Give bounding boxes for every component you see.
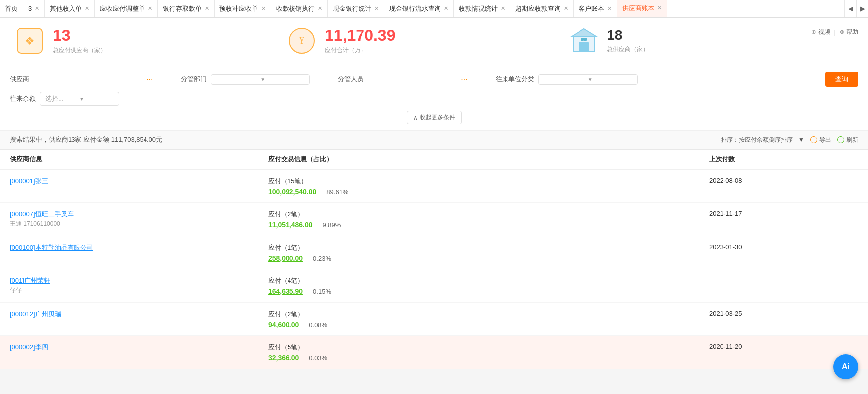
results-summary: 搜索结果中，供应商13家 应付金额 111,703,854.00元: [10, 135, 162, 144]
last-pay-date: 2021-11-17: [709, 210, 742, 217]
results-right-actions: 排序：按应付余额倒序排序 ▼ 导出 刷新: [721, 136, 858, 144]
trans-label: 应付（2笔）: [268, 310, 709, 319]
svg-rect-6: [579, 42, 589, 52]
stat-label-payable-total: 应付合计（万）: [325, 46, 514, 55]
trans-amount[interactable]: 94,600.00: [268, 321, 299, 328]
nav-tab-3-close[interactable]: ✕: [35, 5, 39, 12]
col-header-trans: 应付交易信息（占比）: [268, 155, 709, 164]
nav-tab-3-label: 3: [28, 5, 32, 12]
filter-supplier-dots[interactable]: ···: [146, 75, 153, 84]
table-row: [001]广州荣轩 仔仔 应付（4笔） 164,635.90 0.15%: [0, 269, 868, 303]
nav-tab-cash-bank-stat[interactable]: 现金银行统计 ✕: [328, 0, 384, 18]
last-pay-date: 2023-01-30: [709, 243, 742, 251]
nav-tab-other-income-close[interactable]: ✕: [85, 5, 89, 12]
trans-pct: 9.89%: [323, 221, 341, 229]
stat-number-total-suppliers: 18: [607, 28, 796, 43]
filter-input-person[interactable]: [367, 73, 457, 85]
nav-tab-receipt-verify-label: 收款核销执行: [276, 4, 315, 13]
nav-tab-cash-flow-query-close[interactable]: ✕: [444, 5, 448, 12]
refresh-icon: [837, 136, 844, 143]
filter-area: 供应商 ··· 分管部门 ▼ 分管人员 ··· 往来单位分类 ▼ 查询: [0, 64, 868, 131]
trans-amount[interactable]: 32,366.00: [268, 354, 299, 362]
supplier-link[interactable]: [000012]广州贝瑞: [10, 310, 61, 318]
nav-tab-overdue-ar-close[interactable]: ✕: [564, 5, 568, 12]
export-button[interactable]: 导出: [810, 136, 831, 144]
nav-tab-cash-bank-stat-close[interactable]: ✕: [374, 5, 379, 12]
nav-tab-payment-stat[interactable]: 收款情况统计 ✕: [454, 0, 510, 18]
supplier-link[interactable]: [000100]本特勒油品有限公司: [10, 244, 93, 251]
nav-prev-arrow[interactable]: ◀: [844, 0, 856, 18]
svg-marker-5: [571, 29, 597, 37]
trans-amount[interactable]: 100,092,540.00: [268, 188, 316, 196]
nav-tab-receipt-verify[interactable]: 收款核销执行 ✕: [271, 0, 328, 18]
stats-row: ❖ 13 总应付供应商（家） ¥ 11,170.39 应付合计（万）: [0, 18, 868, 64]
sort-arrow: ▼: [798, 136, 804, 143]
nav-tab-prepay-offset[interactable]: 预收冲应收单 ✕: [215, 0, 271, 18]
nav-tab-supplier-ledger-close[interactable]: ✕: [657, 5, 662, 11]
table-row: [000001]张三 应付（15笔） 100,092,540.00 89.61%…: [0, 170, 868, 203]
filter-item-supplier: 供应商 ···: [10, 73, 153, 85]
filter-select-category[interactable]: ▼: [538, 74, 638, 85]
nav-tab-prepay-offset-close[interactable]: ✕: [261, 5, 266, 12]
results-bar: 搜索结果中，供应商13家 应付金额 111,703,854.00元 排序：按应付…: [0, 131, 868, 150]
filter-dept-arrow: ▼: [260, 77, 304, 82]
nav-tab-bank-deposit[interactable]: 银行存取款单 ✕: [158, 0, 215, 18]
sort-select[interactable]: 排序：按应付余额倒序排序: [721, 136, 793, 144]
last-pay-date: 2022-08-08: [709, 177, 742, 184]
trans-amount[interactable]: 11,051,486.00: [268, 221, 313, 229]
nav-tab-receipt-verify-close[interactable]: ✕: [318, 5, 322, 12]
table-body: [000001]张三 应付（15笔） 100,092,540.00 89.61%…: [0, 170, 868, 369]
supplier-link[interactable]: [000007]恒旺二手叉车: [10, 210, 74, 218]
nav-tab-ar-ap-adjust-close[interactable]: ✕: [148, 5, 152, 12]
last-pay-date: 2020-11-20: [709, 343, 742, 350]
search-button[interactable]: 查询: [825, 72, 858, 87]
nav-tab-home[interactable]: 首页: [0, 0, 23, 18]
nav-tab-customer-ledger-close[interactable]: ✕: [607, 5, 612, 12]
collapse-button[interactable]: ∧ 收起更多条件: [407, 111, 462, 124]
supplier-link[interactable]: [001]广州荣轩: [10, 277, 50, 284]
ai-label: Ai: [842, 362, 850, 369]
stat-info-suppliers-payable: 13 总应付供应商（家）: [53, 27, 242, 55]
nav-tab-ar-ap-adjust[interactable]: 应收应付调整单 ✕: [95, 0, 158, 18]
help-link[interactable]: ⊙ 帮助: [840, 28, 858, 36]
supplier-link[interactable]: [000001]张三: [10, 177, 48, 185]
trans-label: 应付（1笔）: [268, 243, 709, 252]
filter-label-dept: 分管部门: [181, 75, 207, 84]
nav-tab-customer-ledger-label: 客户账本: [579, 4, 604, 13]
filter-item-dept: 分管部门 ▼: [181, 74, 310, 85]
trans-label: 应付（4笔）: [268, 276, 709, 285]
nav-tab-cash-flow-query-label: 现金银行流水查询: [389, 4, 441, 13]
trans-amount-row: 100,092,540.00 89.61%: [268, 186, 709, 196]
filter-balance-arrow: ▼: [79, 96, 114, 102]
nav-tab-ar-ap-adjust-label: 应收应付调整单: [100, 4, 145, 13]
stat-item-payable-total: ¥ 11,170.39 应付合计（万）: [257, 26, 529, 56]
nav-tab-cash-flow-query[interactable]: 现金银行流水查询 ✕: [384, 0, 454, 18]
nav-next-arrow[interactable]: ▶: [856, 0, 868, 18]
trans-amount[interactable]: 164,635.90: [268, 287, 303, 295]
nav-tab-customer-ledger[interactable]: 客户账本 ✕: [574, 0, 617, 18]
video-link[interactable]: ⊙ 视频: [811, 28, 830, 36]
supplier-link[interactable]: [000002]李四: [10, 343, 48, 351]
refresh-button[interactable]: 刷新: [837, 136, 858, 144]
nav-tab-bank-deposit-close[interactable]: ✕: [205, 5, 209, 12]
nav-tab-supplier-ledger[interactable]: 供应商账本 ✕: [617, 0, 667, 18]
filter-select-dept[interactable]: ▼: [211, 74, 310, 85]
nav-tab-overdue-ar[interactable]: 超期应收款查询 ✕: [510, 0, 574, 18]
trans-amount-row: 94,600.00 0.08%: [268, 319, 709, 328]
svg-rect-8: [584, 38, 587, 41]
nav-tab-bank-deposit-label: 银行存取款单: [163, 4, 202, 13]
filter-person-dots[interactable]: ···: [461, 75, 467, 84]
filter-input-supplier[interactable]: [33, 73, 143, 85]
nav-tab-3[interactable]: 3 ✕: [23, 0, 45, 18]
stat-number-suppliers-payable: 13: [53, 27, 242, 44]
filter-item-person: 分管人员 ···: [338, 73, 467, 85]
supplier-cell: [001]广州荣轩 仔仔: [10, 276, 268, 295]
nav-arrows: ◀ ▶: [844, 0, 868, 18]
nav-tab-other-income[interactable]: 其他收入单 ✕: [45, 0, 95, 18]
trans-amount-row: 258,000.00 0.23%: [268, 252, 709, 262]
stat-label-suppliers-payable: 总应付供应商（家）: [53, 46, 242, 55]
nav-tab-payment-stat-close[interactable]: ✕: [501, 5, 505, 12]
trans-amount[interactable]: 258,000.00: [268, 254, 303, 262]
nav-tab-prepay-offset-label: 预收冲应收单: [219, 4, 258, 13]
filter-select-balance[interactable]: 选择... ▼: [40, 92, 119, 106]
